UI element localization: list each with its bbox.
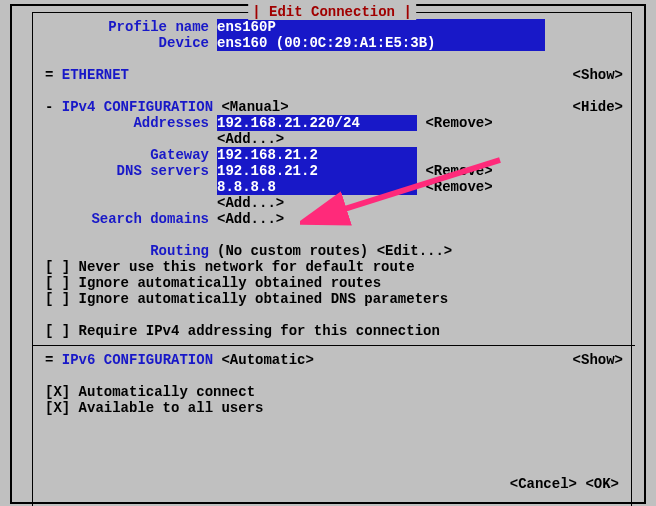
auto-connect-checkbox[interactable]: [X] Automatically connect <box>45 384 623 400</box>
ipv6-section-label: IPv6 CONFIGURATION <box>62 352 213 368</box>
dns-add-button[interactable]: <Add...> <box>217 195 284 211</box>
profile-name-label: Profile name <box>45 19 209 35</box>
address-add-button[interactable]: <Add...> <box>217 131 284 147</box>
gateway-label: Gateway <box>45 147 209 163</box>
ethernet-section-label: ETHERNET <box>62 67 129 83</box>
profile-name-input[interactable]: ens160P <box>217 19 545 35</box>
dns-input-1[interactable]: 8.8.8.8 <box>217 179 417 195</box>
ethernet-show-button[interactable]: <Show> <box>573 67 623 83</box>
address-input-0[interactable]: 192.168.21.220/24 <box>217 115 417 131</box>
edit-connection-panel: | Edit Connection | Profile name ens160P… <box>32 12 632 506</box>
search-domains-add-button[interactable]: <Add...> <box>217 211 284 227</box>
device-label: Device <box>45 35 209 51</box>
panel-title: | Edit Connection | <box>248 4 416 20</box>
routing-edit-button[interactable]: <Edit...> <box>377 243 453 259</box>
available-all-users-checkbox[interactable]: [X] Available to all users <box>45 400 623 416</box>
never-default-route-checkbox[interactable]: [ ] Never use this network for default r… <box>45 259 623 275</box>
address-remove-0[interactable]: <Remove> <box>425 115 492 131</box>
addresses-label: Addresses <box>45 115 209 131</box>
ipv4-prefix: - <box>45 99 53 115</box>
routing-value: (No custom routes) <box>217 243 368 259</box>
ethernet-prefix: = <box>45 67 53 83</box>
dns-remove-0[interactable]: <Remove> <box>425 163 492 179</box>
ok-button[interactable]: <OK> <box>585 476 619 492</box>
ignore-auto-dns-checkbox[interactable]: [ ] Ignore automatically obtained DNS pa… <box>45 291 623 307</box>
ipv4-section-label: IPv4 CONFIGURATION <box>62 99 213 115</box>
ipv6-show-button[interactable]: <Show> <box>573 352 623 368</box>
cancel-button[interactable]: <Cancel> <box>510 476 577 492</box>
dns-input-0[interactable]: 192.168.21.2 <box>217 163 417 179</box>
gateway-input[interactable]: 192.168.21.2 <box>217 147 417 163</box>
ipv4-mode-select[interactable]: <Manual> <box>221 99 288 115</box>
ipv4-hide-button[interactable]: <Hide> <box>573 99 623 115</box>
require-ipv4-checkbox[interactable]: [ ] Require IPv4 addressing for this con… <box>45 323 623 339</box>
dns-label: DNS servers <box>45 163 209 179</box>
search-domains-label: Search domains <box>45 211 209 227</box>
device-input[interactable]: ens160 (00:0C:29:A1:E5:3B) <box>217 35 545 51</box>
routing-label: Routing <box>45 243 209 259</box>
ipv6-prefix: = <box>45 352 53 368</box>
ipv6-mode-select[interactable]: <Automatic> <box>221 352 313 368</box>
dns-remove-1[interactable]: <Remove> <box>425 179 492 195</box>
ignore-auto-routes-checkbox[interactable]: [ ] Ignore automatically obtained routes <box>45 275 623 291</box>
